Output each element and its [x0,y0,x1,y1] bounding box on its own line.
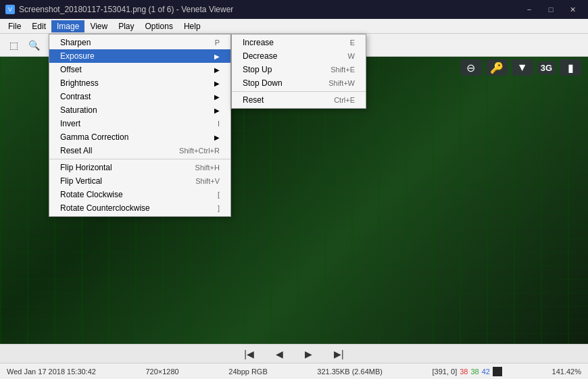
nav-next[interactable]: ▶ [301,347,316,361]
menu-exposure[interactable]: Exposure ▶ [49,49,230,63]
title-controls: − □ ✕ [519,3,583,16]
menu-contrast[interactable]: Contrast ▶ [49,90,230,103]
exposure-stop-up[interactable]: Stop Up Shift+E [232,63,366,76]
menu-invert[interactable]: Invert I [49,117,230,130]
exposure-reset[interactable]: Reset Ctrl+E [232,93,366,107]
wifi-icon: ▼ [512,59,533,76]
status-file-size: 321.35KB (2.64MB) [317,368,383,376]
battery-icon: ▮ [560,59,581,76]
menu-view[interactable]: View [84,20,113,32]
nav-prev[interactable]: ◀ [272,347,287,361]
status-zoom: 141.42% [552,368,581,376]
status-coordinates: [391, 0] 38 38 42 [433,367,502,376]
menu-options[interactable]: Options [140,20,178,32]
menu-image[interactable]: Image [51,20,84,32]
exposure-increase[interactable]: Increase E [232,36,366,49]
menu-bar: File Edit Image View Play Options Help [0,19,588,34]
nav-first[interactable]: |◀ [240,347,258,361]
menu-rotate-clockwise[interactable]: Rotate Clockwise [ [49,188,230,201]
notification-area: ⊖ 🔑 ▼ 3G ▮ [460,59,581,76]
exposure-decrease[interactable]: Decrease W [232,49,366,63]
status-b: 42 [482,368,490,376]
menu-saturation[interactable]: Saturation ▶ [49,103,230,117]
exposure-stop-down[interactable]: Stop Down Shift+W [232,76,366,90]
color-preview [493,367,502,376]
status-color-depth: 24bpp RGB [228,368,267,376]
status-bar: Wed Jan 17 2018 15:30:42 720×1280 24bpp … [0,363,588,379]
exposure-submenu: Increase E Decrease W Stop Up Shift+E St… [231,34,366,109]
menu-gamma-correction[interactable]: Gamma Correction ▶ [49,130,230,144]
menu-rotate-counterclockwise[interactable]: Rotate Counterclockwise ] [49,201,230,215]
menu-brightness[interactable]: Brightness ▶ [49,76,230,90]
toolbar-zoom-in-btn[interactable]: 🔍 [24,36,43,54]
minus-icon: ⊖ [460,59,482,76]
menu-reset-all[interactable]: Reset All Shift+Ctrl+R [49,144,230,157]
menu-flip-vertical[interactable]: Flip Vertical Shift+V [49,174,230,188]
title-left: V Screenshot_20180117-153041.png (1 of 6… [5,5,233,14]
menu-flip-horizontal[interactable]: Flip Horizontal Shift+H [49,161,230,174]
nav-bar: |◀ ◀ ▶ ▶| [0,344,588,363]
menu-separator-1 [49,159,230,159]
close-button[interactable]: ✕ [562,3,583,16]
app-icon: V [5,5,15,14]
maximize-button[interactable]: □ [541,3,561,16]
status-resolution: 720×1280 [145,368,178,376]
status-r: 38 [460,368,468,376]
status-g: 38 [470,368,479,376]
signal-3g: 3G [537,61,556,74]
menu-file[interactable]: File [3,20,26,32]
title-bar: V Screenshot_20180117-153041.png (1 of 6… [0,0,588,19]
image-menu-dropdown: Sharpen P Exposure ▶ Offset ▶ Brightness… [49,34,231,217]
menu-play[interactable]: Play [113,20,139,32]
window-title: Screenshot_20180117-153041.png (1 of 6) … [19,5,233,14]
key-icon: 🔑 [486,59,508,76]
menu-help[interactable]: Help [178,20,206,32]
status-datetime: Wed Jan 17 2018 15:30:42 [7,368,96,376]
minimize-button[interactable]: − [519,3,539,16]
toolbar-frame-btn[interactable]: ⬚ [4,36,23,54]
menu-offset[interactable]: Offset ▶ [49,63,230,76]
menu-sharpen[interactable]: Sharpen P [49,36,230,49]
nav-last[interactable]: ▶| [330,347,348,361]
menu-edit[interactable]: Edit [26,20,51,32]
exposure-separator [232,91,366,92]
